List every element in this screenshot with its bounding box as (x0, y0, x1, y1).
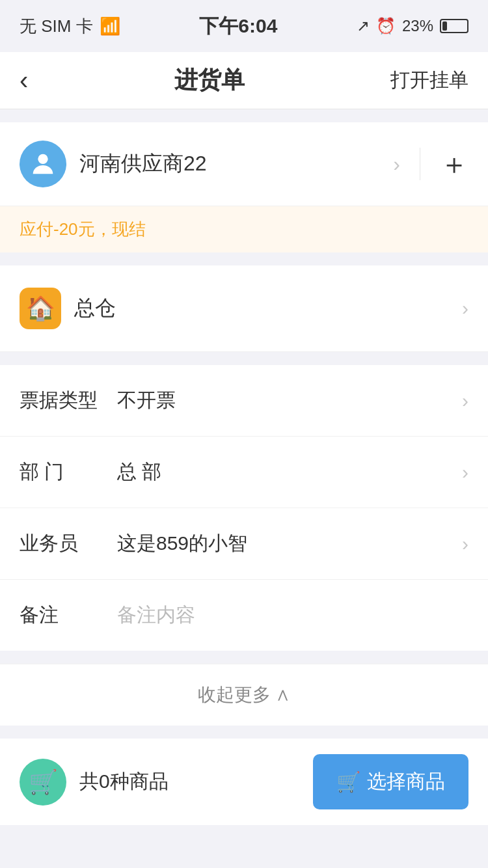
select-product-button[interactable]: 🛒 选择商品 (313, 754, 468, 809)
page-title: 进货单 (174, 64, 245, 96)
department-value: 总 部 (117, 459, 462, 485)
select-btn-label: 选择商品 (367, 768, 445, 795)
person-icon (28, 149, 58, 179)
invoice-type-value: 不开票 (117, 387, 462, 414)
supplier-name: 河南供应商22 (79, 150, 393, 178)
collapse-row[interactable]: 收起更多 ∧ (0, 664, 488, 726)
avatar (20, 141, 66, 187)
status-time: 下午6:04 (199, 13, 277, 40)
department-label: 部 门 (20, 459, 98, 485)
open-pending-button[interactable]: 打开挂单 (390, 67, 468, 94)
nav-bar: ‹ 进货单 打开挂单 (0, 52, 488, 109)
remark-input[interactable]: 备注内容 (117, 602, 468, 629)
notice-text: 应付-20元，现结 (20, 219, 146, 239)
collapse-label: 收起更多 ∧ (198, 683, 291, 707)
salesperson-chevron-icon: › (462, 533, 468, 555)
svg-point-0 (38, 154, 47, 164)
supplier-row[interactable]: 河南供应商22 › ＋ (0, 122, 488, 206)
form-card: 票据类型 不开票 › 部 门 总 部 › 业务员 这是859的小智 › 备注 备… (0, 365, 488, 651)
warehouse-chevron-icon: › (462, 297, 468, 319)
back-button[interactable]: ‹ (20, 66, 28, 95)
warehouse-icon-bg: 🏠 (20, 288, 61, 329)
warehouse-label: 总仓 (74, 294, 462, 323)
product-icon-bg: 🛒 (20, 759, 66, 806)
battery-icon (440, 19, 468, 33)
invoice-type-row[interactable]: 票据类型 不开票 › (0, 365, 488, 437)
invoice-type-label: 票据类型 (20, 387, 98, 414)
battery-percent: 23% (402, 17, 433, 35)
main-content: 河南供应商22 › ＋ 应付-20元，现结 🏠 总仓 › 票据类型 不开票 › … (0, 109, 488, 825)
supplier-chevron-icon: › (393, 152, 400, 176)
product-cart-icon: 🛒 (29, 768, 58, 796)
warehouse-row[interactable]: 🏠 总仓 › (0, 265, 488, 352)
salesperson-label: 业务员 (20, 530, 98, 557)
warehouse-card: 🏠 总仓 › (0, 265, 488, 352)
product-count-label: 共0种商品 (79, 768, 313, 795)
location-icon: ↗ (357, 17, 370, 35)
salesperson-row[interactable]: 业务员 这是859的小智 › (0, 508, 488, 580)
supplier-card: 河南供应商22 › ＋ 应付-20元，现结 (0, 122, 488, 252)
status-bar: 无 SIM 卡 📶 下午6:04 ↗ ⏰ 23% (0, 0, 488, 52)
remark-label: 备注 (20, 602, 98, 629)
wifi-icon: 📶 (100, 16, 120, 36)
status-carrier: 无 SIM 卡 📶 (20, 15, 120, 38)
product-bar: 🛒 共0种商品 🛒 选择商品 (0, 739, 488, 825)
house-icon: 🏠 (26, 295, 55, 322)
department-row[interactable]: 部 门 总 部 › (0, 437, 488, 508)
remark-row[interactable]: 备注 备注内容 (0, 580, 488, 651)
department-chevron-icon: › (462, 461, 468, 483)
invoice-type-chevron-icon: › (462, 390, 468, 412)
salesperson-value: 这是859的小智 (117, 530, 462, 557)
status-right: ↗ ⏰ 23% (357, 17, 468, 35)
alarm-icon: ⏰ (376, 17, 396, 35)
select-btn-icon: 🛒 (336, 770, 360, 793)
carrier-text: 无 SIM 卡 (20, 15, 93, 38)
divider (420, 148, 420, 180)
add-supplier-button[interactable]: ＋ (440, 145, 468, 183)
notice-bar: 应付-20元，现结 (0, 206, 488, 252)
